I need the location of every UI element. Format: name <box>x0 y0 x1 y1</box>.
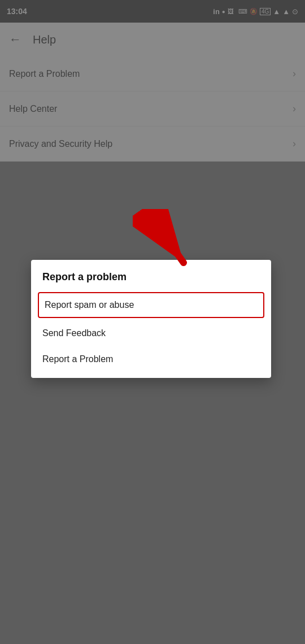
dialog: Report a problem Report spam or abuse Se… <box>31 260 271 378</box>
dialog-item-label: Report spam or abuse <box>45 300 134 310</box>
dialog-item-label: Report a Problem <box>42 354 113 364</box>
svg-line-1 <box>150 215 184 263</box>
dialog-item-send-feedback[interactable]: Send Feedback <box>31 320 271 346</box>
dialog-item-report-problem[interactable]: Report a Problem <box>31 346 271 372</box>
dialog-item-label: Send Feedback <box>42 328 106 338</box>
arrow-annotation <box>133 209 206 277</box>
dialog-item-report-spam[interactable]: Report spam or abuse <box>38 292 264 318</box>
